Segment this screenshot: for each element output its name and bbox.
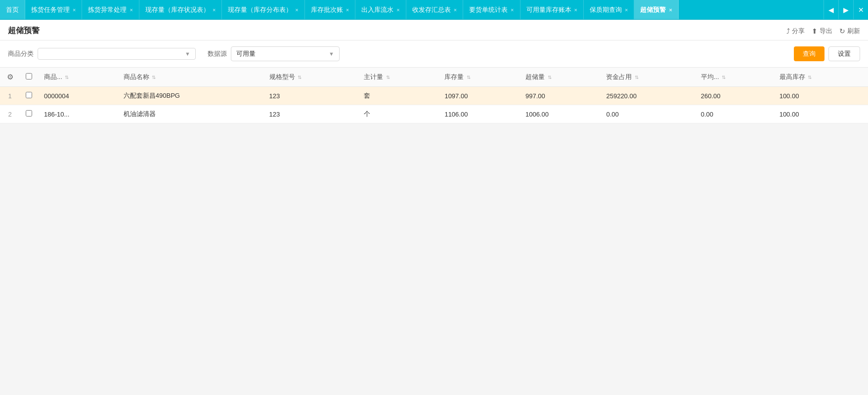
query-button[interactable]: 查询 xyxy=(794,46,825,61)
close-icon-9[interactable]: × xyxy=(574,7,577,13)
close-icon-3[interactable]: × xyxy=(213,7,216,13)
close-icon-4[interactable]: × xyxy=(295,7,298,13)
close-icon-11[interactable]: × xyxy=(669,7,672,13)
nav-bar: 首页 拣货任务管理 × 拣货异常处理 × 现存量（库存状况表） × 现存量（库存… xyxy=(0,0,868,20)
th-avg[interactable]: 平均... ⇅ xyxy=(695,68,774,87)
row-stock-0: 1097.00 xyxy=(438,87,520,105)
nav-label-10: 保质期查询 xyxy=(590,5,622,14)
nav-close-button[interactable]: ✕ xyxy=(853,0,868,20)
page-title: 超储预警 xyxy=(8,26,40,36)
table-area: ⚙ 商品... ⇅ 商品名称 ⇅ 规格型号 ⇅ 主计量 xyxy=(0,68,868,123)
th-max-stock[interactable]: 最高库存 ⇅ xyxy=(774,68,868,87)
nav-item-3[interactable]: 现存量（库存状况表） × xyxy=(139,0,222,19)
export-button[interactable]: ⬆ 导出 xyxy=(812,27,832,36)
nav-item-11[interactable]: 超储预警 × xyxy=(634,0,678,19)
share-label: 分享 xyxy=(792,27,805,36)
share-button[interactable]: ⤴ 分享 xyxy=(786,27,805,36)
datasource-filter-group: 数据源 可用量 ▼ xyxy=(208,46,340,61)
row-capital-1: 0.00 xyxy=(600,105,694,123)
th-unit[interactable]: 主计量 ⇅ xyxy=(358,68,439,87)
select-all-checkbox[interactable] xyxy=(26,73,32,79)
nav-prev-button[interactable]: ◀ xyxy=(824,0,838,20)
row-index-0: 1 xyxy=(0,87,20,105)
close-icon-7[interactable]: × xyxy=(454,7,457,13)
th-stock[interactable]: 库存量 ⇅ xyxy=(438,68,520,87)
nav-item-1[interactable]: 拣货任务管理 × xyxy=(25,0,82,19)
nav-next-button[interactable]: ▶ xyxy=(838,0,853,20)
sort-icon-stock: ⇅ xyxy=(467,75,471,80)
chevron-down-icon: ▼ xyxy=(185,51,190,57)
datasource-select[interactable]: 可用量 ▼ xyxy=(231,46,340,61)
column-settings-icon[interactable]: ⚙ xyxy=(7,73,13,81)
row-over-stock-1: 1006.00 xyxy=(520,105,601,123)
sort-icon-over-stock: ⇅ xyxy=(548,75,552,80)
row-max-stock-0: 100.00 xyxy=(774,87,868,105)
sort-icon-unit: ⇅ xyxy=(386,75,390,80)
category-filter-group: 商品分类 ▼ xyxy=(8,48,196,60)
th-avg-label: 平均... xyxy=(701,73,719,80)
datasource-select-value: 可用量 xyxy=(236,49,256,58)
row-goods-name-1: 机油滤清器 xyxy=(118,105,263,123)
nav-label-7: 收发存汇总表 xyxy=(412,5,451,14)
nav-item-9[interactable]: 可用量库存账本 × xyxy=(521,0,584,19)
nav-item-2[interactable]: 拣货异常处理 × xyxy=(82,0,139,19)
category-filter-label: 商品分类 xyxy=(8,49,34,58)
th-spec-label: 规格型号 xyxy=(269,73,295,80)
checkbox-th xyxy=(20,68,38,87)
refresh-button[interactable]: ↻ 刷新 xyxy=(839,27,860,36)
sort-icon-avg: ⇅ xyxy=(722,75,726,80)
row-capital-0: 259220.00 xyxy=(600,87,694,105)
th-max-stock-label: 最高库存 xyxy=(780,73,805,80)
table-header-row: ⚙ 商品... ⇅ 商品名称 ⇅ 规格型号 ⇅ 主计量 xyxy=(0,68,868,87)
share-icon: ⤴ xyxy=(786,27,790,35)
nav-label-home: 首页 xyxy=(6,5,19,14)
close-icon-8[interactable]: × xyxy=(511,7,514,13)
th-capital[interactable]: 资金占用 ⇅ xyxy=(600,68,694,87)
nav-item-8[interactable]: 要货单统计表 × xyxy=(463,0,520,19)
th-unit-label: 主计量 xyxy=(364,73,383,80)
sort-icon-spec: ⇅ xyxy=(298,75,302,80)
row-checkbox-1[interactable] xyxy=(26,110,32,117)
chevron-down-icon-2: ▼ xyxy=(329,51,334,57)
th-stock-label: 库存量 xyxy=(444,73,464,80)
row-unit-1: 个 xyxy=(358,105,439,123)
nav-item-7[interactable]: 收发存汇总表 × xyxy=(406,0,463,19)
th-over-stock-label: 超储量 xyxy=(525,73,545,80)
settings-button[interactable]: 设置 xyxy=(828,46,860,61)
row-goods-name-0: 六配套新昌490BPG xyxy=(118,87,263,105)
close-icon-1[interactable]: × xyxy=(73,7,76,13)
row-avg-0: 260.00 xyxy=(695,87,774,105)
nav-label-5: 库存批次账 xyxy=(311,5,343,14)
nav-item-5[interactable]: 库存批次账 × xyxy=(305,0,355,19)
category-select[interactable]: ▼ xyxy=(38,48,196,60)
sort-icon-max-stock: ⇅ xyxy=(808,75,812,80)
row-unit-0: 套 xyxy=(358,87,439,105)
refresh-label: 刷新 xyxy=(847,27,860,36)
close-icon-2[interactable]: × xyxy=(130,7,132,13)
nav-label-1: 拣货任务管理 xyxy=(31,5,70,14)
th-goods-code-label: 商品... xyxy=(44,73,62,80)
th-goods-name[interactable]: 商品名称 ⇅ xyxy=(118,68,263,87)
row-checkbox-0[interactable] xyxy=(26,92,32,98)
settings-gear-th: ⚙ xyxy=(0,68,20,87)
row-checkbox-cell-0 xyxy=(20,87,38,105)
th-over-stock[interactable]: 超储量 ⇅ xyxy=(520,68,601,87)
nav-item-4[interactable]: 现存量（库存分布表） × xyxy=(222,0,304,19)
close-icon-6[interactable]: × xyxy=(396,7,399,13)
nav-item-6[interactable]: 出入库流水 × xyxy=(355,0,406,19)
sort-icon-capital: ⇅ xyxy=(635,75,639,80)
close-icon-10[interactable]: × xyxy=(625,7,628,13)
data-table: ⚙ 商品... ⇅ 商品名称 ⇅ 规格型号 ⇅ 主计量 xyxy=(0,68,868,123)
th-goods-name-label: 商品名称 xyxy=(124,73,149,80)
th-spec[interactable]: 规格型号 ⇅ xyxy=(263,68,358,87)
row-spec-0: 123 xyxy=(263,87,358,105)
nav-item-10[interactable]: 保质期查询 × xyxy=(584,0,634,19)
nav-label-3: 现存量（库存状况表） xyxy=(145,5,210,14)
th-goods-code[interactable]: 商品... ⇅ xyxy=(38,68,118,87)
row-index-1: 2 xyxy=(0,105,20,123)
nav-item-home[interactable]: 首页 xyxy=(0,0,25,19)
filter-actions: 查询 设置 xyxy=(794,46,860,61)
sort-icon-goods-name: ⇅ xyxy=(152,75,156,80)
nav-label-2: 拣货异常处理 xyxy=(88,5,127,14)
close-icon-5[interactable]: × xyxy=(346,7,349,13)
